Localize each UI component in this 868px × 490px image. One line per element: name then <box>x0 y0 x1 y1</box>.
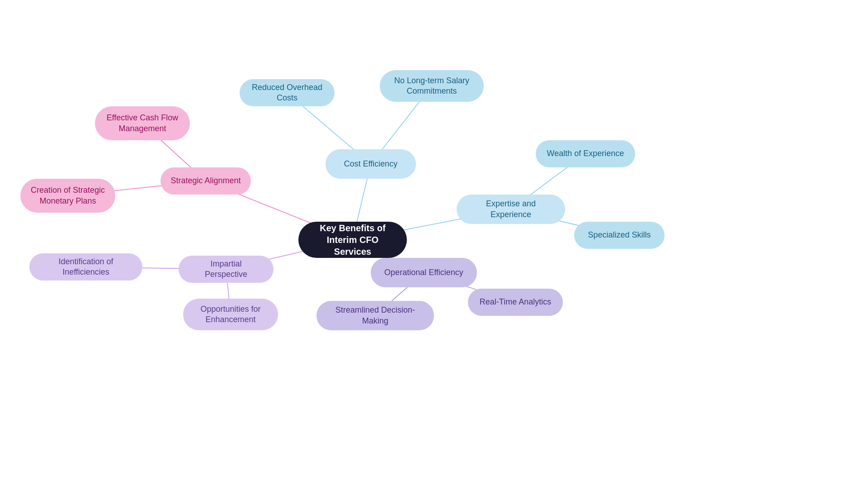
center-node: Key Benefits of Interim CFO Services <box>298 222 407 258</box>
node-operational: Operational Efficiency <box>371 258 477 287</box>
mindmap-container: Key Benefits of Interim CFO ServicesCost… <box>0 0 868 490</box>
node-specialized-skills: Specialized Skills <box>574 222 665 249</box>
node-opportunities: Opportunities for Enhancement <box>183 299 278 330</box>
node-cost-efficiency: Cost Efficiency <box>326 149 416 179</box>
node-strategic-alignment: Strategic Alignment <box>160 167 251 195</box>
node-identification: Identification of Inefficiencies <box>29 253 142 281</box>
node-strategic-monetary: Creation of Strategic Monetary Plans <box>20 179 115 213</box>
node-impartial: Impartial Perspective <box>179 256 274 283</box>
node-effective-cash: Effective Cash Flow Management <box>95 106 190 140</box>
node-wealth-experience: Wealth of Experience <box>536 140 635 167</box>
node-no-salary: No Long-term Salary Commitments <box>380 70 484 102</box>
node-streamlined: Streamlined Decision-Making <box>316 301 434 330</box>
node-reduced-overhead: Reduced Overhead Costs <box>240 79 335 106</box>
node-realtime: Real-Time Analytics <box>468 289 563 316</box>
node-expertise: Expertise and Experience <box>457 195 565 224</box>
